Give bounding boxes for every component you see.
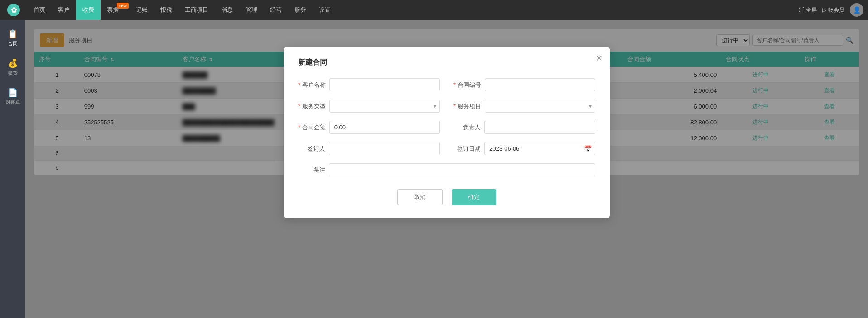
customer-name-label: 客户名称 [298, 81, 326, 89]
contract-amount-label: 合同金额 [298, 123, 326, 132]
contract-icon: 📋 [8, 29, 18, 39]
sign-date-label: 签订日期 [453, 145, 481, 153]
logo: ✿ [5, 0, 23, 20]
form-row-sign-date: 签订日期 📅 [453, 142, 595, 155]
member-button[interactable]: ▷ 畅会员 [822, 6, 844, 14]
nav-item-billing[interactable]: 收费 [76, 0, 101, 20]
fullscreen-button[interactable]: ⛶ 全屏 [799, 6, 817, 14]
nav-item-business[interactable]: 工商项目 [178, 0, 215, 20]
sidebar-item-billing[interactable]: 💰 收费 [0, 54, 25, 81]
form-row-service-item: 服务项目 ▾ [453, 100, 595, 113]
responsible-label: 负责人 [453, 123, 481, 132]
nav-item-service[interactable]: 服务 [288, 0, 313, 20]
calendar-icon[interactable]: 📅 [584, 145, 592, 152]
responsible-input[interactable] [484, 121, 595, 134]
signer-input[interactable] [329, 142, 440, 155]
contract-no-input[interactable] [485, 78, 595, 91]
top-nav: ✿ 首页 客户 收费 票据 new 记账 报税 工商项目 消息 管理 经营 服务… [0, 0, 868, 20]
confirm-button[interactable]: 确定 [452, 189, 496, 205]
service-type-select[interactable] [329, 100, 440, 113]
avatar[interactable]: 👤 [850, 3, 863, 17]
form-row-responsible: 负责人 [453, 121, 595, 134]
contract-no-label: 合同编号 [453, 81, 481, 89]
statement-icon: 📄 [8, 88, 18, 98]
cancel-button[interactable]: 取消 [397, 189, 443, 205]
form-row-note: 备注 [298, 163, 595, 176]
form-row-service-type: 服务类型 ▾ [298, 100, 440, 113]
service-type-wrapper: ▾ [329, 100, 440, 113]
play-icon: ▷ [822, 7, 826, 13]
nav-item-message[interactable]: 消息 [215, 0, 239, 20]
sign-date-input[interactable] [484, 142, 595, 155]
service-item-label: 服务项目 [453, 102, 481, 110]
nav-right: ⛶ 全屏 ▷ 畅会员 👤 [799, 3, 863, 17]
modal-close-button[interactable]: ✕ [596, 53, 603, 63]
sidebar: 📋 合同 💰 收费 📄 对账单 [0, 20, 25, 318]
nav-item-invoice[interactable]: 票据 new [101, 0, 130, 20]
form-row-customer: 客户名称 [298, 78, 440, 91]
main-layout: 📋 合同 💰 收费 📄 对账单 新增 服务项目 进行中 已完成 已终止 [0, 20, 868, 318]
contract-amount-input[interactable] [329, 121, 440, 134]
modal-footer: 取消 确定 [298, 189, 595, 205]
sidebar-item-contract[interactable]: 📋 合同 [0, 24, 25, 52]
customer-name-input[interactable] [329, 78, 440, 91]
service-type-label: 服务类型 [298, 102, 326, 110]
nav-item-tax[interactable]: 报税 [154, 0, 178, 20]
form-grid: 客户名称 合同编号 服务类型 ▾ [298, 78, 595, 176]
nav-item-customer[interactable]: 客户 [52, 0, 76, 20]
new-badge: new [117, 3, 129, 9]
nav-item-home[interactable]: 首页 [27, 0, 52, 20]
fullscreen-icon: ⛶ [799, 7, 804, 13]
sign-date-wrapper: 📅 [484, 142, 595, 155]
form-row-amount: 合同金额 [298, 121, 440, 134]
nav-item-operation[interactable]: 经营 [264, 0, 288, 20]
sidebar-item-statement[interactable]: 📄 对账单 [0, 83, 25, 110]
nav-item-settings[interactable]: 设置 [313, 0, 337, 20]
note-label: 备注 [298, 166, 325, 174]
modal-title: 新建合同 [298, 58, 595, 67]
new-contract-modal: ✕ 新建合同 客户名称 合同编号 服务类型 [284, 47, 610, 218]
signer-label: 签订人 [298, 145, 325, 153]
nav-item-manage[interactable]: 管理 [239, 0, 264, 20]
form-row-contract-no: 合同编号 [453, 78, 595, 91]
form-row-signer: 签订人 [298, 142, 440, 155]
service-item-select[interactable] [485, 100, 595, 113]
service-item-wrapper: ▾ [485, 100, 595, 113]
modal-overlay: ✕ 新建合同 客户名称 合同编号 服务类型 [25, 20, 868, 318]
main-content: 新增 服务项目 进行中 已完成 已终止 🔍 序号 [25, 20, 868, 318]
note-input[interactable] [329, 163, 595, 176]
logo-icon: ✿ [7, 4, 20, 16]
nav-item-bookkeeping[interactable]: 记账 [130, 0, 154, 20]
billing-icon: 💰 [8, 58, 18, 68]
